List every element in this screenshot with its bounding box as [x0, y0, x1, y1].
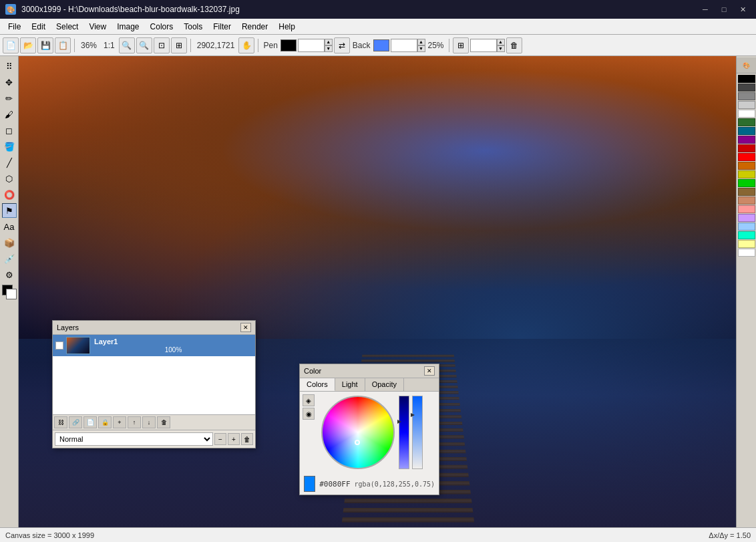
swap-button[interactable]: ⇄ — [334, 37, 350, 53]
pen-val-down[interactable]: ▼ — [325, 45, 333, 52]
new-button[interactable]: 📄 — [3, 37, 19, 53]
blend-mode-select[interactable]: Normal Multiply Screen Overlay — [55, 432, 213, 446]
tool-eyedropper[interactable]: 💉 — [2, 251, 17, 266]
palette-color-dyellow[interactable] — [738, 170, 755, 178]
menu-filter[interactable]: Filter — [208, 21, 236, 33]
menu-tools[interactable]: Tools — [178, 21, 208, 33]
layer-tool-3[interactable]: 📄 — [83, 416, 97, 428]
copy-button[interactable]: 📋 — [55, 37, 71, 53]
tool-brush[interactable]: 🖌 — [2, 107, 17, 122]
bg-color[interactable] — [6, 289, 17, 299]
tab-light[interactable]: Light — [335, 378, 365, 391]
tool-line[interactable]: ╱ — [2, 155, 17, 170]
menu-select[interactable]: Select — [51, 21, 83, 33]
palette-color-mint[interactable] — [738, 231, 755, 239]
color-dialog-close[interactable]: ✕ — [424, 366, 435, 376]
layer-tool-7[interactable]: ↓ — [142, 416, 156, 428]
menu-edit[interactable]: Edit — [26, 21, 51, 33]
palette-color-lgray[interactable] — [738, 101, 755, 109]
tool-wand[interactable]: ⚑ — [2, 203, 17, 218]
palette-color-brown[interactable] — [738, 188, 755, 196]
layers-close-button[interactable]: ✕ — [240, 323, 251, 332]
pixel-mode-button[interactable]: ⊞ — [453, 37, 469, 53]
palette-color-lpink[interactable] — [738, 205, 755, 213]
back-val-down[interactable]: ▼ — [417, 45, 425, 52]
zoom-out-button[interactable]: 🔍 — [136, 37, 152, 53]
open-button[interactable]: 📂 — [20, 37, 36, 53]
tool-text[interactable]: Aa — [2, 219, 17, 234]
pen-color-swatch[interactable] — [280, 39, 297, 51]
palette-color-lblue[interactable] — [738, 223, 755, 231]
pan-button[interactable]: ✋ — [238, 37, 254, 53]
trash-button[interactable]: 🗑 — [506, 37, 522, 53]
pen-val-up[interactable]: ▲ — [325, 39, 333, 45]
grid-button[interactable]: ⊞ — [171, 37, 187, 53]
color-icon-2[interactable]: ◉ — [303, 408, 315, 420]
menu-colors[interactable]: Colors — [145, 21, 179, 33]
val255-up[interactable]: ▲ — [497, 39, 505, 45]
color-icon-1[interactable]: ◈ — [303, 394, 315, 406]
menu-file[interactable]: File — [3, 21, 26, 33]
tool-pencil[interactable]: ✏ — [2, 91, 17, 106]
tool-move[interactable]: ✥ — [2, 75, 17, 90]
menu-view[interactable]: View — [83, 21, 112, 33]
opacity-slider[interactable] — [412, 396, 423, 469]
tool-ellipse[interactable]: ⭕ — [2, 187, 17, 202]
palette-color-salmon[interactable] — [738, 196, 755, 205]
zoom-minus-btn[interactable]: − — [214, 433, 226, 445]
tool-fill[interactable]: 🪣 — [2, 139, 17, 154]
palette-color-teal[interactable] — [738, 127, 755, 135]
layer-tool-chain[interactable]: ⛓ — [54, 416, 67, 428]
canvas-area[interactable]: Layers ✕ ✓ Layer1 100% ⛓ 🔗 📄 — [19, 56, 736, 527]
color-wheel-cursor — [355, 440, 360, 445]
palette-color-purple[interactable] — [738, 136, 755, 144]
tab-opacity[interactable]: Opacity — [365, 378, 404, 391]
tab-colors[interactable]: Colors — [300, 378, 335, 391]
color-wheel[interactable] — [321, 396, 395, 469]
close-button[interactable]: ✕ — [735, 3, 751, 16]
palette-color-dorange[interactable] — [738, 162, 755, 170]
current-color-box[interactable] — [304, 476, 315, 492]
palette-color-lavender[interactable] — [738, 214, 755, 222]
palette-color-red[interactable] — [738, 153, 755, 161]
palette-color-white2[interactable] — [738, 249, 755, 257]
hue-slider[interactable] — [399, 396, 409, 469]
layer-delete-btn[interactable]: 🗑 — [241, 433, 253, 445]
palette-color-dgreen[interactable] — [738, 118, 755, 126]
tool-crop[interactable]: 📦 — [2, 235, 17, 250]
palette-color-white[interactable] — [738, 110, 755, 118]
layer-tool-link[interactable]: 🔗 — [69, 416, 82, 428]
pen-value-input[interactable]: 255 — [298, 39, 325, 52]
val255-input[interactable]: 255 — [470, 39, 497, 52]
layer-tool-5[interactable]: + — [113, 416, 126, 428]
save-button[interactable]: 💾 — [37, 37, 53, 53]
back-value-input[interactable]: 192 — [391, 39, 417, 52]
layer-visibility-checkbox[interactable]: ✓ — [55, 342, 63, 350]
tool-eraser[interactable]: ◻ — [2, 123, 17, 138]
layer-tool-6[interactable]: ↑ — [128, 416, 141, 428]
menu-image[interactable]: Image — [112, 21, 144, 33]
layer-row[interactable]: ✓ Layer1 100% — [53, 335, 255, 356]
maximize-button[interactable]: □ — [716, 3, 732, 16]
layer-tool-4[interactable]: 🔒 — [98, 416, 112, 428]
zoom-fit-button[interactable]: ⊡ — [154, 37, 170, 53]
palette-color-dgray[interactable] — [738, 84, 755, 92]
zoom-in-button[interactable]: 🔍 — [119, 37, 135, 53]
palette-color-lyellow[interactable] — [738, 240, 755, 248]
val255-down[interactable]: ▼ — [497, 45, 505, 52]
palette-color-black[interactable] — [738, 75, 755, 83]
zoom-plus-btn[interactable]: + — [228, 433, 240, 445]
palette-color-dred[interactable] — [738, 144, 755, 152]
tool-shape[interactable]: ⬡ — [2, 171, 17, 186]
right-panel: 🎨 — [736, 56, 756, 527]
back-val-up[interactable]: ▲ — [417, 39, 425, 45]
palette-color-green[interactable] — [738, 179, 755, 187]
back-color-swatch[interactable] — [373, 39, 389, 51]
tool-select[interactable]: ⠿ — [2, 59, 17, 74]
minimize-button[interactable]: ─ — [697, 3, 713, 16]
palette-color-gray[interactable] — [738, 92, 755, 100]
menu-help[interactable]: Help — [273, 21, 301, 33]
layer-tool-8[interactable]: 🗑 — [157, 416, 170, 428]
tool-settings[interactable]: ⚙ — [2, 267, 17, 282]
menu-render[interactable]: Render — [236, 21, 273, 33]
